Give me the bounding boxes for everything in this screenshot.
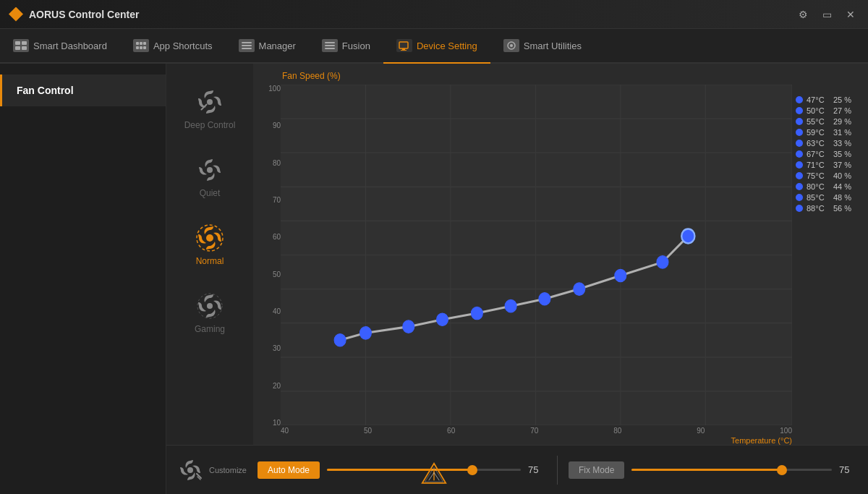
legend-pct-7: 40 %	[833, 171, 851, 180]
aorus-bottom-logo	[421, 462, 447, 488]
quiet-label: Quiet	[200, 188, 221, 198]
legend-temp-10: 88°C	[807, 204, 830, 213]
svg-rect-3	[22, 46, 27, 50]
legend-temp-0: 47°C	[807, 95, 830, 104]
fix-mode-button[interactable]: Fix Mode	[569, 461, 624, 479]
nav-smart-dashboard-label: Smart Dashboard	[33, 41, 107, 51]
legend-temp-9: 85°C	[807, 193, 830, 202]
legend-item-1: 50°C 27 %	[796, 106, 854, 115]
window-controls: ⚙ ▭ ✕	[794, 7, 859, 22]
svg-point-24	[206, 234, 213, 242]
svg-point-56	[681, 229, 694, 244]
legend-pct-3: 31 %	[833, 128, 851, 137]
mode-gaming[interactable]: Gaming	[166, 282, 253, 343]
chart-container: 100 90 80 70 60 50 40 30 20 10	[260, 85, 857, 441]
sidebar-item-fan-control[interactable]: Fan Control	[0, 74, 166, 106]
app-shortcuts-icon	[133, 39, 149, 52]
legend-temp-3: 59°C	[807, 128, 830, 137]
auto-mode-group: Auto Mode 75	[258, 461, 546, 479]
svg-rect-0	[15, 41, 20, 45]
svg-point-20	[510, 44, 513, 47]
legend-dot-10	[796, 205, 803, 212]
nav-smart-utilities[interactable]: Smart Utilities	[490, 29, 595, 64]
nav-bar: Smart Dashboard App Shortcuts Manager Fu…	[0, 29, 868, 64]
legend-dot-7	[796, 172, 803, 179]
svg-rect-14	[325, 45, 335, 46]
deep-control-label: Deep Control	[184, 120, 236, 130]
auto-slider-thumb[interactable]	[467, 465, 477, 475]
legend-item-4: 63°C 33 %	[796, 139, 854, 148]
y-label-30: 30	[260, 344, 281, 352]
close-icon[interactable]: ✕	[842, 7, 859, 22]
minimize-icon[interactable]: ▭	[818, 7, 836, 22]
svg-point-48	[403, 320, 414, 333]
x-label-40: 40	[281, 427, 289, 435]
svg-rect-10	[242, 42, 252, 43]
svg-rect-5	[140, 42, 142, 45]
legend-item-10: 88°C 56 %	[796, 204, 854, 213]
legend-item-9: 85°C 48 %	[796, 193, 854, 202]
auto-mode-button[interactable]: Auto Mode	[258, 461, 320, 479]
x-label-90: 90	[697, 427, 705, 435]
legend-dot-5	[796, 150, 803, 158]
main-layout: Fan Control	[0, 64, 868, 494]
legend-item-5: 67°C 35 %	[796, 150, 854, 158]
x-label-50: 50	[364, 427, 372, 435]
chart-legend: 47°C 25 % 50°C 27 % 55°C 29 %	[792, 85, 857, 441]
bottom-controls: Customize Auto Mode 75 Fix Mode 75	[166, 445, 868, 494]
customize-icon-group: Customize	[177, 457, 247, 483]
fix-mode-slider[interactable]	[631, 469, 832, 471]
nav-app-shortcuts[interactable]: App Shortcuts	[120, 29, 226, 64]
mode-deep-control[interactable]: Deep Control	[166, 78, 253, 139]
legend-item-2: 55°C 29 %	[796, 117, 854, 126]
nav-fusion[interactable]: Fusion	[309, 29, 383, 64]
mode-normal[interactable]: Normal	[166, 214, 253, 275]
nav-manager-label: Manager	[259, 41, 296, 51]
fix-slider-thumb[interactable]	[777, 465, 787, 475]
legend-temp-5: 67°C	[807, 150, 830, 158]
legend-dot-4	[796, 140, 803, 147]
svg-rect-17	[402, 48, 405, 50]
x-label-60: 60	[447, 427, 455, 435]
svg-point-21	[207, 99, 213, 105]
legend-pct-4: 33 %	[833, 139, 851, 148]
svg-point-23	[207, 167, 213, 173]
svg-rect-2	[15, 46, 20, 50]
nav-smart-dashboard[interactable]: Smart Dashboard	[0, 29, 120, 64]
nav-device-setting-label: Device Setting	[417, 41, 477, 51]
legend-pct-9: 48 %	[833, 193, 851, 202]
legend-dot-1	[796, 107, 803, 114]
device-setting-icon	[396, 39, 412, 52]
fix-mode-value: 75	[839, 464, 857, 475]
smart-dashboard-icon	[13, 39, 29, 52]
legend-item-7: 75°C 40 %	[796, 171, 854, 180]
svg-point-47	[359, 327, 371, 339]
legend-temp-8: 80°C	[807, 182, 830, 191]
sidebar: Fan Control	[0, 64, 166, 494]
aorus-logo-diamond	[9, 7, 23, 22]
svg-rect-7	[136, 46, 139, 49]
svg-rect-13	[325, 42, 335, 43]
settings-icon[interactable]: ⚙	[794, 7, 812, 22]
normal-label: Normal	[196, 256, 224, 266]
nav-manager[interactable]: Manager	[226, 29, 309, 64]
gaming-icon	[195, 291, 225, 321]
chart-y-axis-title: Fan Speed (%)	[260, 71, 857, 81]
fan-chart-svg	[281, 85, 792, 425]
mode-quiet[interactable]: Quiet	[166, 146, 253, 207]
legend-temp-2: 55°C	[807, 117, 830, 126]
y-label-100: 100	[260, 85, 281, 93]
gaming-label: Gaming	[195, 324, 225, 334]
content-area: Deep Control Quiet	[166, 64, 868, 494]
nav-device-setting[interactable]: Device Setting	[383, 29, 490, 64]
chart-y-labels: 100 90 80 70 60 50 40 30 20 10	[260, 85, 281, 441]
x-label-70: 70	[530, 427, 538, 435]
customize-fan-icon	[177, 457, 203, 483]
legend-dot-3	[796, 129, 803, 136]
chart-x-labels: 40 50 60 70 80 90 100	[281, 425, 792, 435]
legend-item-8: 80°C 44 %	[796, 182, 854, 191]
svg-point-49	[437, 313, 448, 325]
svg-point-52	[539, 293, 550, 305]
legend-pct-5: 35 %	[833, 150, 851, 158]
y-label-60: 60	[260, 233, 281, 241]
